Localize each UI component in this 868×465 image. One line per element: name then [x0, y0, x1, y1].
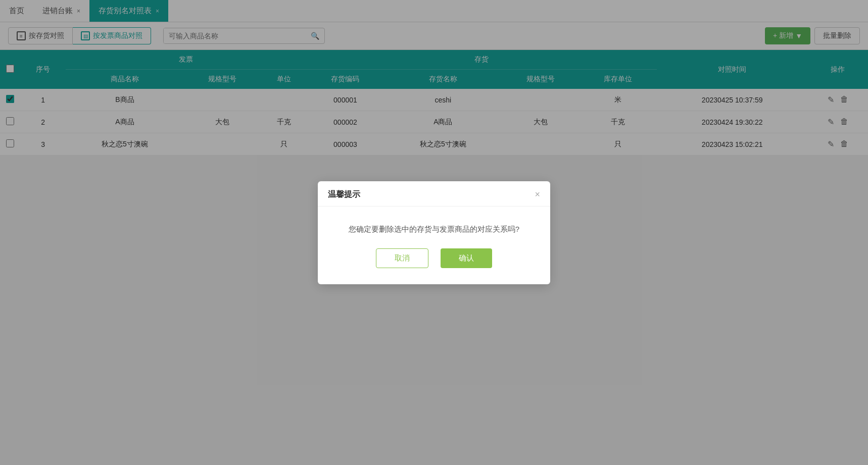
modal-overlay: 温馨提示 × 您确定要删除选中的存货与发票商品的对应关系吗? 取消 确认 [0, 0, 868, 156]
